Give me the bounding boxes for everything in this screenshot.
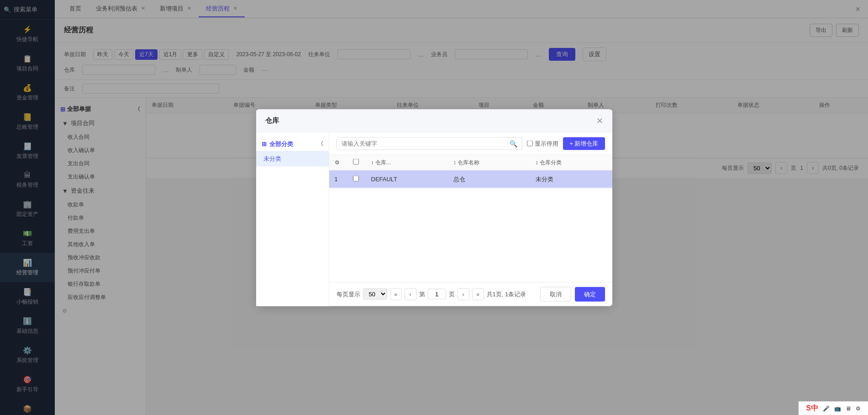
modal-prev-page-btn[interactable]: ‹ (405, 288, 416, 300)
modal-search-input[interactable] (337, 138, 505, 149)
taskbar-icon-monitor[interactable]: 🖥 (846, 405, 851, 412)
modal-search-box: 🔍 (337, 137, 523, 150)
all-categories-label: 全部分类 (269, 140, 293, 148)
row-checkbox[interactable] (353, 175, 359, 181)
modal-first-page-btn[interactable]: « (390, 288, 402, 300)
cell-name: 总仓 (448, 170, 530, 188)
modal-toolbar: 🔍 显示停用 + 新增仓库 (329, 132, 612, 155)
th-warehouse-category: ↕ 仓库分类 (530, 155, 612, 170)
modal-left-item-unclassified[interactable]: 未分类 (256, 151, 329, 166)
show-disabled-checkbox-label[interactable]: 显示停用 (527, 139, 558, 147)
modal-page-suffix: 页 (449, 290, 455, 298)
modal-footer: 每页显示 50 « ‹ 第 页 › » 共1页, 1条记录 取消 确定 (329, 282, 612, 306)
show-disabled-label: 显示停用 (535, 139, 558, 147)
modal-page-label: 第 (419, 290, 425, 298)
modal-left-all-categories[interactable]: ⊞ 全部分类 《 (256, 137, 329, 151)
modal-next-page-btn[interactable]: › (458, 288, 469, 300)
warehouse-modal: 仓库 ✕ ⊞ 全部分类 《 未分类 🔍 显示停用 (256, 109, 612, 306)
modal-table-header: ⚙ ↕ 仓库... ↕ 仓库名称 (329, 155, 612, 170)
taskbar-bottom: S中 🎤 📺 🖥 ⚙ (799, 401, 868, 415)
modal-close-button[interactable]: ✕ (596, 116, 603, 126)
th-settings: ⚙ (329, 155, 347, 170)
cell-category: 未分类 (530, 170, 612, 188)
modal-cancel-button[interactable]: 取消 (540, 287, 571, 301)
add-warehouse-button[interactable]: + 新增仓库 (563, 137, 605, 150)
taskbar-logo: S中 (806, 404, 818, 413)
modal-per-page-select[interactable]: 50 (363, 289, 387, 300)
modal-left-panel: ⊞ 全部分类 《 未分类 (256, 132, 329, 306)
modal-search-button[interactable]: 🔍 (505, 137, 522, 149)
th-warehouse-code: ↕ 仓库... (366, 155, 448, 170)
modal-left-collapse[interactable]: 《 (318, 140, 323, 148)
modal-page-input[interactable] (428, 289, 446, 299)
modal-last-page-btn[interactable]: » (472, 288, 484, 300)
modal-total-text: 共1页, 1条记录 (487, 290, 526, 298)
modal-title: 仓库 (265, 116, 279, 125)
cell-checkbox (347, 170, 366, 188)
cell-code: DEFAULT (366, 170, 448, 188)
modal-body: ⊞ 全部分类 《 未分类 🔍 显示停用 + 新增仓库 (256, 132, 612, 306)
modal-header: 仓库 ✕ (256, 109, 612, 132)
show-disabled-checkbox[interactable] (527, 141, 533, 147)
th-warehouse-name: ↕ 仓库名称 (448, 155, 530, 170)
settings-col-icon[interactable]: ⚙ (335, 159, 340, 166)
unclassified-label: 未分类 (263, 155, 281, 162)
th-checkbox (347, 155, 366, 170)
modal-pagination: 每页显示 50 « ‹ 第 页 › » 共1页, 1条记录 (337, 288, 526, 300)
table-row[interactable]: 1 DEFAULT 总仓 未分类 (329, 170, 612, 188)
taskbar-icon-screen[interactable]: 📺 (834, 405, 841, 412)
taskbar-icon-mic[interactable]: 🎤 (823, 405, 830, 412)
modal-action-buttons: 取消 确定 (540, 287, 605, 301)
modal-table-container: ⚙ ↕ 仓库... ↕ 仓库名称 (329, 155, 612, 282)
taskbar-icon-more[interactable]: ⚙ (856, 405, 861, 412)
cell-num: 1 (329, 170, 347, 188)
modal-per-page-label: 每页显示 (337, 290, 360, 298)
modal-right-panel: 🔍 显示停用 + 新增仓库 ⚙ (329, 132, 612, 306)
warehouse-table: ⚙ ↕ 仓库... ↕ 仓库名称 (329, 155, 612, 188)
modal-confirm-button[interactable]: 确定 (575, 287, 605, 301)
select-all-checkbox[interactable] (353, 159, 359, 165)
grid-icon-modal: ⊞ (262, 141, 267, 147)
